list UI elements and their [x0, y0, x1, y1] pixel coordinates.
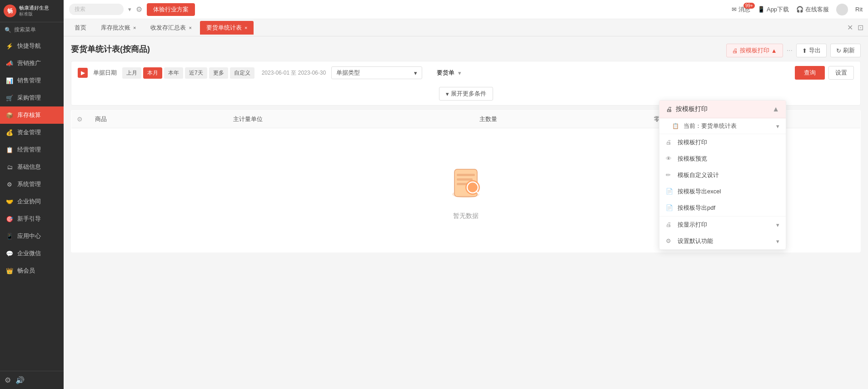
dropdown-template-preview[interactable]: 👁 按模板预览 [659, 151, 786, 167]
sidebar-item-purchase[interactable]: 🛒 采购管理 [0, 89, 64, 106]
tab-order-stats-close[interactable]: × [244, 25, 247, 30]
experience-industry-button[interactable]: 体验行业方案 [147, 3, 195, 16]
sidebar-item-app-center[interactable]: 📱 应用中心 [0, 227, 64, 245]
tab-order-stats[interactable]: 要货单统计表 × [200, 21, 254, 35]
refresh-label: 刷新 [843, 46, 855, 55]
sidebar-item-system[interactable]: ⚙ 系统管理 [0, 176, 64, 193]
date-btn-more[interactable]: 更多 [209, 67, 228, 79]
svg-rect-4 [457, 178, 473, 181]
sidebar-item-basic[interactable]: 🗂 基础信息 [0, 158, 64, 176]
filter-expand-icon[interactable]: ▶ [78, 68, 88, 78]
topbar-gear-icon[interactable]: ⚙ [136, 5, 142, 14]
dropdown-template-print[interactable]: 🖨 按模板打印 [659, 134, 786, 151]
export-label: 导出 [809, 46, 821, 55]
empty-illustration [443, 160, 489, 206]
refresh-button[interactable]: ↻ 刷新 [830, 44, 861, 57]
message-button[interactable]: ✉ 消息 99+ [732, 5, 750, 14]
col-product: 商品 [90, 111, 228, 128]
tab-batch-account[interactable]: 库存批次账 × [95, 21, 142, 35]
empty-svg-icon [443, 160, 489, 206]
window-close-icon[interactable]: ✕ [847, 23, 853, 32]
req-dropdown-arrow[interactable]: ▾ [458, 70, 461, 76]
app-download-button[interactable]: 📱 App下载 [758, 5, 789, 14]
sidebar-item-member[interactable]: 👑 畅会员 [0, 262, 64, 279]
print-label: 按模板打印 [740, 46, 769, 55]
online-service-button[interactable]: 🎧 在线客服 [796, 5, 829, 14]
empty-text: 暂无数据 [453, 212, 479, 220]
avatar[interactable] [836, 4, 848, 15]
date-btn-this-year[interactable]: 本年 [164, 67, 183, 79]
refresh-icon: ↻ [836, 47, 841, 54]
sidebar-item-guide[interactable]: 🎯 新手引导 [0, 210, 64, 227]
sidebar-item-marketing[interactable]: 📣 营销推广 [0, 55, 64, 72]
tabs-bar: 首页 库存批次账 × 收发存汇总表 × 要货单统计表 × ✕ ⊡ [64, 19, 868, 36]
sidebar-item-label: 企业微信 [17, 249, 41, 258]
basic-icon: 🗂 [5, 163, 14, 171]
req-label: 要货单 [437, 69, 454, 77]
sidebar-item-finance[interactable]: 💰 资金管理 [0, 124, 64, 141]
print-dropdown-close-icon[interactable]: ▲ [772, 105, 779, 113]
guide-icon: 🎯 [5, 215, 14, 223]
dropdown-template-custom[interactable]: ✏ 模板自定义设计 [659, 167, 786, 183]
sidebar-item-quick-nav[interactable]: ⚡ 快捷导航 [0, 37, 64, 55]
tab-home[interactable]: 首页 [68, 21, 93, 35]
topbar-search[interactable]: 搜索 [69, 4, 124, 15]
export-button[interactable]: ⬆ 导出 [796, 44, 827, 57]
type-select[interactable]: 单据类型 ▾ [331, 66, 422, 79]
sound-icon[interactable]: 🔊 [15, 376, 25, 384]
sidebar-logo: 畅 畅康通好生意 标准版 [0, 0, 64, 22]
tab-collection-close[interactable]: × [189, 25, 191, 30]
print-dropdown-header: 🖨 按模板打印 ▲ [659, 101, 786, 118]
main-area: 搜索 ▾ ⚙ 体验行业方案 ✉ 消息 99+ 📱 App下载 🎧 在线客服 Ri… [64, 0, 868, 389]
topbar-dropdown-icon[interactable]: ▾ [128, 6, 131, 13]
wechat-icon: 💬 [5, 249, 14, 258]
print-dropdown: 🖨 按模板打印 ▲ 📋 当前：要货单统计表 ▾ 🖨 按模板打印 👁 按模板预览 … [659, 100, 786, 250]
sidebar-item-label: 销售管理 [17, 76, 41, 85]
expand-row: ▾ 展开更多条件 [78, 83, 854, 101]
template-preview-icon: 👁 [666, 155, 673, 162]
settings-icon[interactable]: ⚙ [5, 376, 11, 384]
date-btn-this-month[interactable]: 本月 [143, 67, 162, 79]
tab-batch-account-label: 库存批次账 [101, 24, 130, 32]
search-placeholder: 搜索 [75, 6, 85, 12]
sidebar-nav: ⚡ 快捷导航 📣 营销推广 📊 销售管理 🛒 采购管理 📦 库存核算 💰 资金管… [0, 37, 64, 371]
export-excel-label: 按模板导出excel [678, 187, 721, 196]
dropdown-current-template[interactable]: 📋 当前：要货单统计表 ▾ [659, 118, 786, 134]
service-label: 在线客服 [805, 5, 829, 14]
sidebar-item-operation[interactable]: 📋 经营管理 [0, 141, 64, 158]
member-icon: 👑 [5, 267, 14, 275]
service-icon: 🎧 [796, 6, 803, 13]
sidebar-item-sales[interactable]: 📊 销售管理 [0, 72, 64, 89]
dropdown-display-print[interactable]: 🖨 按显示打印 ▾ [659, 217, 786, 233]
default-func-arrow: ▾ [776, 238, 779, 245]
sidebar-item-label: 新手引导 [17, 215, 41, 223]
expand-icon: ▾ [446, 91, 449, 97]
sidebar-item-inventory[interactable]: 📦 库存核算 [0, 106, 64, 124]
tab-collection-summary[interactable]: 收发存汇总表 × [144, 21, 198, 35]
purchase-icon: 🛒 [5, 94, 14, 102]
sidebar-item-enterprise[interactable]: 🤝 企业协同 [0, 193, 64, 210]
settings-button[interactable]: 设置 [828, 66, 854, 80]
print-template-button[interactable]: 🖨 按模板打印 ▲ [726, 44, 783, 57]
date-btn-last-month[interactable]: 上月 [122, 67, 141, 79]
sidebar-item-wechat[interactable]: 💬 企业微信 [0, 245, 64, 262]
sidebar-search[interactable]: 🔍 搜索菜单 [0, 22, 64, 37]
tab-batch-account-close[interactable]: × [133, 25, 136, 30]
window-controls: ✕ ⊡ [847, 23, 863, 32]
date-filter-label: 单据日期 [93, 69, 117, 77]
sidebar-item-label: 系统管理 [17, 180, 41, 188]
export-icon: ⬆ [802, 47, 807, 54]
query-button[interactable]: 查询 [795, 66, 825, 80]
window-expand-icon[interactable]: ⊡ [858, 23, 863, 32]
col-gear[interactable]: ⚙ [71, 111, 90, 128]
more-options-icon[interactable]: ··· [787, 46, 793, 55]
dropdown-export-pdf[interactable]: 📄 按模板导出pdf [659, 200, 786, 216]
export-pdf-icon: 📄 [666, 204, 673, 212]
date-btn-custom[interactable]: 自定义 [230, 67, 254, 79]
table-gear-icon[interactable]: ⚙ [77, 116, 83, 123]
dropdown-default-func[interactable]: ⚙ 设置默认功能 ▾ [659, 233, 786, 249]
dropdown-export-excel[interactable]: 📄 按模板导出excel [659, 183, 786, 200]
message-badge: 99+ [743, 3, 755, 9]
expand-more-button[interactable]: ▾ 展开更多条件 [439, 87, 493, 101]
date-btn-last7[interactable]: 近7天 [185, 67, 207, 79]
